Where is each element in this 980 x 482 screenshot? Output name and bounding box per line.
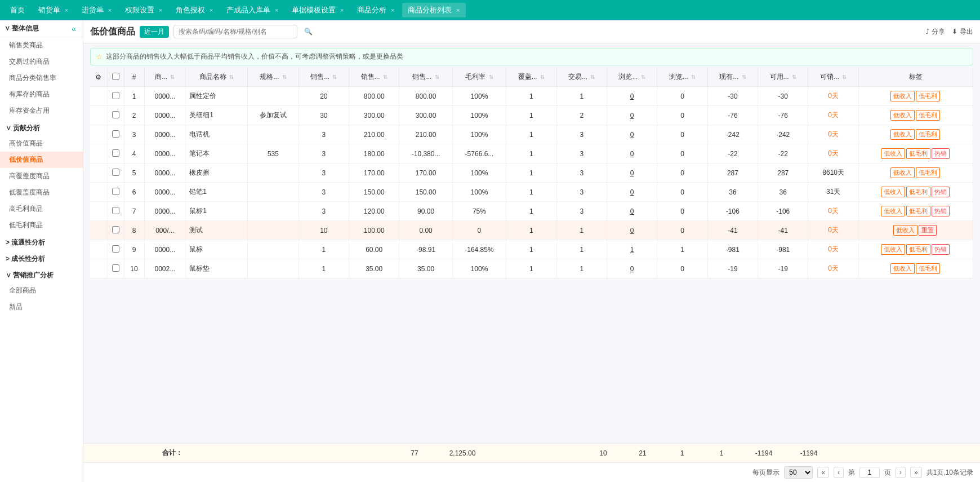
row-checkbox[interactable] [112, 149, 119, 157]
row-checkbox[interactable] [112, 188, 119, 195]
row-checkbox[interactable] [112, 111, 119, 118]
col-stock1[interactable]: 现有... ⇅ [707, 68, 758, 87]
col-view2[interactable]: 浏览... ⇅ [657, 68, 707, 87]
sidebar-item-stock-goods[interactable]: 有库存的商品 [0, 86, 83, 103]
footer-total: 合计： 77 2,125.00 10 21 1 1 -1194 -1194 [83, 443, 980, 462]
col-gear[interactable]: ⚙ [90, 68, 107, 87]
checkbox-cell[interactable] [107, 144, 124, 163]
col-stock2[interactable]: 可用... ⇅ [758, 68, 808, 87]
row-view1[interactable]: 0 [607, 183, 657, 202]
row-view1[interactable]: 0 [607, 221, 657, 240]
gear-cell[interactable] [90, 106, 107, 125]
tag-badge: 低毛利 [916, 91, 940, 101]
col-checkbox[interactable] [107, 68, 124, 87]
sidebar-item-all-goods[interactable]: 全部商品 [0, 282, 83, 299]
checkbox-cell[interactable] [107, 183, 124, 202]
col-code[interactable]: 商... ⇅ [144, 68, 186, 87]
row-view1[interactable]: 0 [607, 144, 657, 163]
select-all-checkbox[interactable] [112, 73, 119, 80]
row-view1[interactable]: 0 [607, 87, 657, 106]
row-view1[interactable]: 0 [607, 125, 657, 144]
gear-cell[interactable] [90, 221, 107, 240]
sidebar-item-category-rate[interactable]: 商品分类销售率 [0, 70, 83, 86]
row-cov: 1 [506, 240, 556, 259]
col-stock3[interactable]: 可销... ⇅ [808, 68, 858, 87]
row-view1[interactable]: 0 [607, 106, 657, 125]
sidebar-collapse-btn[interactable]: « [69, 24, 78, 33]
nav-item-instock[interactable]: 产成品入库单 × [221, 3, 284, 17]
row-checkbox[interactable] [112, 130, 119, 138]
col-trade[interactable]: 交易... ⇅ [556, 68, 607, 87]
share-button[interactable]: ⤴ 分享 [926, 27, 945, 37]
checkbox-cell[interactable] [107, 202, 124, 221]
checkbox-cell[interactable] [107, 106, 124, 125]
sidebar-item-low-coverage[interactable]: 低覆盖度商品 [0, 184, 83, 201]
checkbox-cell[interactable] [107, 87, 124, 106]
sidebar-item-low-value[interactable]: 低价值商品 [0, 152, 83, 168]
sidebar-item-new-goods[interactable]: 新品 [0, 299, 83, 315]
search-icon[interactable]: 🔍 [304, 28, 313, 36]
sidebar-item-stock-capital[interactable]: 库存资金占用 [0, 103, 83, 119]
checkbox-cell[interactable] [107, 259, 124, 278]
gear-cell[interactable] [90, 125, 107, 144]
checkbox-cell[interactable] [107, 240, 124, 259]
gear-cell[interactable] [90, 240, 107, 259]
gear-cell[interactable] [90, 163, 107, 183]
last-page-btn[interactable]: » [910, 467, 922, 478]
nav-item-template[interactable]: 单据模板设置 × [286, 3, 349, 17]
sidebar-item-traded-goods[interactable]: 交易过的商品 [0, 54, 83, 70]
sidebar-item-high-value[interactable]: 高价值商品 [0, 135, 83, 152]
nav-item-goods-list[interactable]: 商品分析列表 × [402, 3, 465, 17]
table-wrapper[interactable]: ⚙ # 商... ⇅ 商品名称 ⇅ 规格... ⇅ 销售... ⇅ 销售... … [83, 68, 980, 443]
sidebar-item-high-coverage[interactable]: 高覆盖度商品 [0, 168, 83, 184]
checkbox-cell[interactable] [107, 163, 124, 183]
row-view1[interactable]: 0 [607, 202, 657, 221]
row-view1[interactable]: 1 [607, 240, 657, 259]
row-checkbox[interactable] [112, 207, 119, 214]
col-name[interactable]: 商品名称 ⇅ [186, 68, 248, 87]
sidebar-group-flow[interactable]: > 流通性分析 [0, 233, 83, 250]
gear-cell[interactable] [90, 183, 107, 202]
sidebar-item-low-profit[interactable]: 低毛利商品 [0, 217, 83, 233]
row-checkbox[interactable] [112, 226, 119, 233]
checkbox-cell[interactable] [107, 125, 124, 144]
sidebar-item-high-profit[interactable]: 高毛利商品 [0, 201, 83, 217]
export-icon: ⬇ [952, 28, 957, 36]
sidebar-item-sales-goods[interactable]: 销售类商品 [0, 37, 83, 54]
prev-page-btn[interactable]: ‹ [834, 467, 844, 478]
col-sales-qty[interactable]: 销售... ⇅ [299, 68, 349, 87]
gear-cell[interactable] [90, 144, 107, 163]
checkbox-cell[interactable] [107, 221, 124, 240]
gear-cell[interactable] [90, 259, 107, 278]
search-input[interactable] [173, 25, 297, 38]
row-stock1: -19 [707, 259, 758, 278]
col-spec[interactable]: 规格... ⇅ [248, 68, 299, 87]
time-badge[interactable]: 近一月 [140, 26, 169, 38]
col-view1[interactable]: 浏览... ⇅ [607, 68, 657, 87]
nav-item-goods-analysis[interactable]: 商品分析 × [351, 3, 400, 17]
export-button[interactable]: ⬇ 导出 [952, 27, 973, 37]
row-checkbox[interactable] [112, 92, 119, 99]
row-checkbox[interactable] [112, 245, 119, 253]
col-sales-amt[interactable]: 销售... ⇅ [349, 68, 399, 87]
col-gross-rate[interactable]: 毛利率 ⇅ [452, 68, 506, 87]
nav-item-role[interactable]: 角色授权 × [170, 3, 219, 17]
first-page-btn[interactable]: « [817, 467, 829, 478]
nav-item-perm[interactable]: 权限设置 × [119, 3, 168, 17]
gear-cell[interactable] [90, 202, 107, 221]
row-qty1: 30 [299, 106, 349, 125]
row-view1[interactable]: 0 [607, 259, 657, 278]
col-coverage[interactable]: 覆盖... ⇅ [506, 68, 556, 87]
nav-item-sales[interactable]: 销货单 × [33, 3, 74, 17]
row-view1[interactable]: 0 [607, 163, 657, 183]
row-checkbox[interactable] [112, 169, 119, 176]
sidebar-group-growth[interactable]: > 成长性分析 [0, 250, 83, 266]
col-sales-profit[interactable]: 销售... ⇅ [399, 68, 452, 87]
nav-item-purchase[interactable]: 进货单 × [76, 3, 117, 17]
nav-item-home[interactable]: 首页 [5, 3, 30, 17]
row-checkbox[interactable] [112, 264, 119, 272]
per-page-select[interactable]: 50 100 200 [784, 466, 813, 479]
page-input[interactable] [859, 467, 880, 478]
gear-cell[interactable] [90, 87, 107, 106]
next-page-btn[interactable]: › [896, 467, 906, 478]
